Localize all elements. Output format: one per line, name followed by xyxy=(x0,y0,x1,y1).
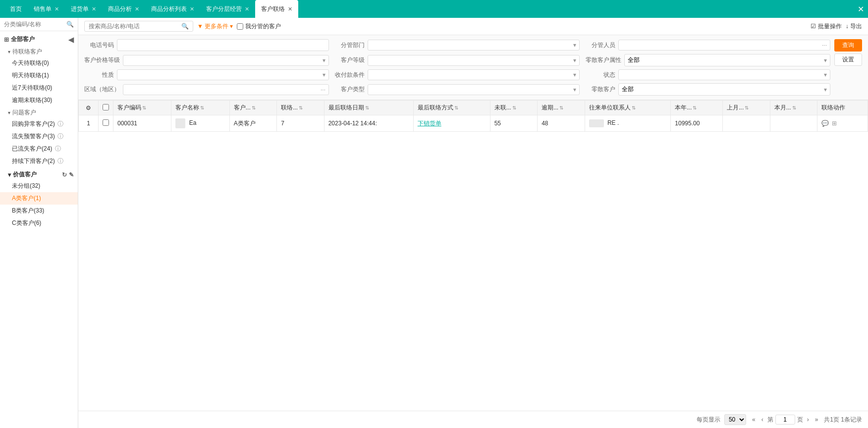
next-page-button[interactable]: › xyxy=(805,415,811,424)
sidebar-all-customers[interactable]: ⊞ 全部客户 ◀ xyxy=(0,31,78,46)
td-last-contact-method[interactable]: 下销货单 xyxy=(413,115,490,132)
customer-avatar xyxy=(175,118,185,128)
filter-nature-select[interactable]: ▾ xyxy=(117,69,329,80)
nav-tab-customer-contact[interactable]: 客户联络 ✕ xyxy=(255,0,298,18)
group-value-customers[interactable]: ▾ 价值客户 ↻ ✎ xyxy=(0,167,78,180)
td-last-month xyxy=(723,115,770,132)
sidebar-item-today[interactable]: 今天待联络(0) xyxy=(0,57,78,69)
nav-tab-sales-close[interactable]: ✕ xyxy=(54,6,59,12)
settings-button[interactable]: 设置 xyxy=(834,54,862,66)
td-this-year: 10995.00 xyxy=(671,115,723,132)
query-button[interactable]: 查询 xyxy=(834,39,862,52)
settings-icon[interactable]: ⚙ xyxy=(86,105,91,111)
select-all-checkbox[interactable] xyxy=(103,104,109,110)
chat-action-icon[interactable]: 💬 xyxy=(821,120,829,127)
bulk-action-button[interactable]: ☑ 批量操作 xyxy=(811,22,841,31)
more-filter-button[interactable]: ▼ 更多条件 ▾ xyxy=(197,22,233,31)
td-last-contact-method-link[interactable]: 下销货单 xyxy=(418,120,441,127)
th-last-month[interactable]: 上月... ⇅ xyxy=(723,101,770,115)
td-checkbox[interactable] xyxy=(99,115,113,132)
th-code[interactable]: 客户编码 ⇅ xyxy=(113,101,171,115)
nav-tab-sales[interactable]: 销售单 ✕ xyxy=(28,0,65,18)
edit-icon[interactable]: ✎ xyxy=(69,171,74,178)
nav-tab-customer-layer-close[interactable]: ✕ xyxy=(245,6,249,12)
nav-tab-goods-analysis[interactable]: 商品分析 ✕ xyxy=(102,0,145,18)
th-last-month-label: 上月... xyxy=(727,104,744,112)
th-type[interactable]: 客户... ⇅ xyxy=(229,101,276,115)
th-unit-contact[interactable]: 往来单位联系人 ⇅ xyxy=(585,101,671,115)
filter-retail-customer-select[interactable]: 全部 ▾ xyxy=(618,83,830,96)
sidebar-item-tomorrow[interactable]: 明天待联络(1) xyxy=(0,69,78,82)
sidebar-item-repurchase-abnormal[interactable]: 回购异常客户(2) ⓘ xyxy=(0,118,78,130)
th-name[interactable]: 客户名称 ⇅ xyxy=(171,101,229,115)
more-filter-label: 更多条件 xyxy=(205,22,228,31)
nav-tab-goods-analysis-close[interactable]: ✕ xyxy=(135,6,139,12)
sidebar-item-churned[interactable]: 已流失客户(24) ⓘ xyxy=(0,143,78,155)
sidebar-search-box: 🔍 xyxy=(0,18,78,31)
group-problem-customers[interactable]: ▾ 问题客户 xyxy=(0,107,78,118)
first-page-button[interactable]: « xyxy=(750,415,758,424)
my-customer-checkbox[interactable] xyxy=(237,23,243,30)
th-no-contact[interactable]: 未联... ⇅ xyxy=(490,101,537,115)
nav-tab-goods-list-close[interactable]: ✕ xyxy=(190,6,194,12)
filter-search-icon[interactable]: 🔍 xyxy=(181,23,189,30)
nav-tab-purchase[interactable]: 进货单 ✕ xyxy=(65,0,102,18)
refresh-icon[interactable]: ↻ xyxy=(62,171,67,178)
last-page-button[interactable]: » xyxy=(813,415,820,424)
filter-customer-type-select[interactable]: ▾ xyxy=(368,84,580,95)
filter-phone-input[interactable] xyxy=(117,39,329,51)
nav-tab-purchase-close[interactable]: ✕ xyxy=(92,6,96,12)
sidebar-item-churn-warning[interactable]: 流失预警客户(3) ⓘ xyxy=(0,130,78,143)
th-last-contact-method[interactable]: 最后联络方式 ⇅ xyxy=(413,101,490,115)
filter-retail-attr-select[interactable]: 全部 ▾ xyxy=(624,54,830,66)
nav-tab-customer-contact-close[interactable]: ✕ xyxy=(288,6,292,12)
th-settings[interactable]: ⚙ xyxy=(79,101,99,115)
th-checkbox[interactable] xyxy=(99,101,113,115)
sidebar-search-icon[interactable]: 🔍 xyxy=(66,21,74,28)
filter-price-level-select[interactable]: ▾ xyxy=(123,55,329,66)
sidebar-item-c-class[interactable]: C类客户(6) xyxy=(0,217,78,229)
row-checkbox[interactable] xyxy=(103,119,109,126)
th-overdue[interactable]: 逾期... ⇅ xyxy=(538,101,585,115)
sidebar-collapse-icon[interactable]: ◀ xyxy=(68,36,74,44)
th-this-year[interactable]: 本年... ⇅ xyxy=(671,101,723,115)
group-value-arrow: ▾ xyxy=(8,171,11,178)
sort-icon-type: ⇅ xyxy=(252,105,256,110)
prev-page-button[interactable]: ‹ xyxy=(760,415,765,424)
nav-tab-customer-layer[interactable]: 客户分层经营 ✕ xyxy=(200,0,255,18)
th-last-contact-date[interactable]: 最后联络日期 ⇅ xyxy=(324,101,413,115)
td-index: 1 xyxy=(79,115,99,132)
th-this-month[interactable]: 本月... ⇅ xyxy=(770,101,817,115)
sidebar-search-input[interactable] xyxy=(4,21,66,28)
search-input[interactable] xyxy=(89,23,179,30)
my-customer-checkbox-container[interactable]: 我分管的客户 xyxy=(237,22,281,31)
filter-customer-level-label: 客户等级 xyxy=(335,56,365,64)
th-contact[interactable]: 联络... ⇅ xyxy=(277,101,324,115)
sidebar-item-b-class[interactable]: B类客户(33) xyxy=(0,205,78,217)
page-size-select[interactable]: 50 xyxy=(724,414,746,425)
sidebar-item-a-class[interactable]: A类客户(1) xyxy=(0,192,78,205)
info-icon-declining: ⓘ xyxy=(57,158,63,164)
filter-person: 分管人员 ··· xyxy=(586,40,830,51)
sidebar-item-7days[interactable]: 近7天待联络(0) xyxy=(0,82,78,94)
filter-payment-select[interactable]: ▾ xyxy=(368,69,580,80)
export-button[interactable]: ↓ 导出 xyxy=(846,22,862,31)
page-input[interactable] xyxy=(775,415,795,425)
nav-tab-customer-contact-label: 客户联络 xyxy=(261,5,285,13)
nav-close-all-button[interactable]: ✕ xyxy=(858,4,864,14)
nav-tab-home[interactable]: 首页 xyxy=(4,0,28,18)
sidebar-item-declining[interactable]: 持续下滑客户(2) ⓘ xyxy=(0,155,78,167)
sidebar-item-overdue-label: 逾期未联络(30) xyxy=(12,97,52,104)
nav-tab-goods-list[interactable]: 商品分析列表 ✕ xyxy=(145,0,200,18)
group-pending-contact[interactable]: ▾ 待联络客户 xyxy=(0,46,78,57)
filter-status-label: 状态 xyxy=(586,71,615,79)
sidebar-item-overdue[interactable]: 逾期未联络(30) xyxy=(0,94,78,107)
filter-person-select[interactable]: ··· xyxy=(618,40,830,51)
advanced-filter-panel: 电话号码 分管部门 ▾ 分管人员 xyxy=(78,35,868,100)
filter-status-select[interactable]: ▾ xyxy=(618,69,830,80)
filter-region-select[interactable]: ··· xyxy=(123,84,329,95)
filter-customer-level-select[interactable]: ▾ xyxy=(368,55,580,66)
filter-dept-select[interactable]: ▾ xyxy=(368,40,580,51)
sidebar-item-no-group[interactable]: 未分组(32) xyxy=(0,180,78,192)
qr-action-icon[interactable]: ⊞ xyxy=(832,120,837,127)
